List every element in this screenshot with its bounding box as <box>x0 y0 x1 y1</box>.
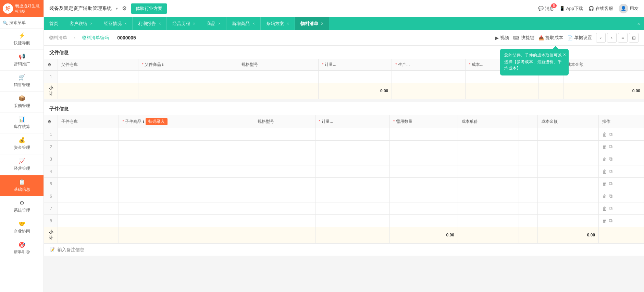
message-button[interactable]: 💬 消息 6 <box>538 5 554 12</box>
child-row-4-goods[interactable] <box>119 165 254 178</box>
child-row-8-goods[interactable] <box>119 215 254 227</box>
child-row-7-price[interactable] <box>458 202 519 215</box>
child-row-3-goods[interactable] <box>119 153 254 165</box>
child-row-3-unit[interactable] <box>315 153 371 165</box>
child-row-7-goods[interactable] <box>119 202 254 215</box>
delete-icon-row8[interactable]: 🗑 <box>602 218 607 224</box>
tab-barcode[interactable]: 条码方案 × <box>261 17 295 30</box>
menu-button[interactable]: ≡ <box>618 33 628 43</box>
child-row-5-unit[interactable] <box>315 178 371 190</box>
child-row-2-qty[interactable] <box>389 141 458 153</box>
child-row-1-qty[interactable] <box>389 128 458 141</box>
tab-history[interactable]: 经营历程 × <box>167 17 201 30</box>
delete-icon-row5[interactable]: 🗑 <box>602 181 607 187</box>
single-settings-button[interactable]: 📄 单据设置 <box>567 35 592 41</box>
parent-col-gear[interactable]: ⚙ <box>44 59 58 71</box>
sidebar-item-basics[interactable]: 📋 基础信息 <box>0 175 44 196</box>
tab-home[interactable]: 首页 <box>44 17 64 30</box>
child-row-2-warehouse[interactable] <box>58 141 119 153</box>
child-row-8-spec[interactable] <box>254 215 315 227</box>
copy-icon-row2[interactable]: ⧉ <box>609 144 612 150</box>
child-row-6-unit[interactable] <box>315 190 371 202</box>
child-row-5-price[interactable] <box>458 178 519 190</box>
tab-profit[interactable]: 利润报告 × <box>133 17 167 30</box>
parent-row-1-unit[interactable] <box>318 71 392 83</box>
copy-icon-row7[interactable]: ⧉ <box>609 206 612 211</box>
sidebar-item-shortcuts[interactable]: ⚡ 快捷导航 <box>0 29 44 50</box>
app-download-button[interactable]: 📱 App下载 <box>559 5 583 12</box>
child-row-2-goods[interactable] <box>119 141 254 153</box>
child-row-6-price[interactable] <box>458 190 519 202</box>
child-row-5-spec[interactable] <box>254 178 315 190</box>
parent-row-1-production[interactable] <box>392 71 466 83</box>
child-row-2-price[interactable] <box>458 141 519 153</box>
tab-barcode-close[interactable]: × <box>287 21 289 26</box>
next-button[interactable]: › <box>607 33 617 43</box>
extract-cost-button[interactable]: 📥 提取成本 <box>538 35 563 41</box>
tab-customer[interactable]: 客户联络 × <box>64 17 98 30</box>
child-row-3-spec[interactable] <box>254 153 315 165</box>
tab-close-all[interactable]: × <box>633 18 644 30</box>
trial-button[interactable]: 体验行业方案 <box>131 3 167 14</box>
child-row-4-warehouse[interactable] <box>58 165 119 178</box>
settings-icon[interactable]: ⚙ <box>122 5 127 12</box>
sidebar-item-sales[interactable]: 🛒 销售管理 <box>0 71 44 92</box>
tab-operation[interactable]: 经营情况 × <box>98 17 133 30</box>
child-row-8-price[interactable] <box>458 215 519 227</box>
sidebar-item-finance[interactable]: 💰 资金管理 <box>0 133 44 154</box>
delete-icon-row2[interactable]: 🗑 <box>602 144 607 150</box>
child-row-3-qty[interactable] <box>389 153 458 165</box>
child-row-8-unit[interactable] <box>315 215 371 227</box>
shortcut-button[interactable]: ⌨ 快捷键 <box>513 35 534 41</box>
child-row-6-spec[interactable] <box>254 190 315 202</box>
tab-goods-close[interactable]: × <box>218 21 221 26</box>
delete-icon-row6[interactable]: 🗑 <box>602 194 607 199</box>
copy-icon-row8[interactable]: ⧉ <box>609 218 612 224</box>
child-row-5-warehouse[interactable] <box>58 178 119 190</box>
copy-icon-row1[interactable]: ⧉ <box>609 131 612 137</box>
tab-bom-close[interactable]: × <box>321 21 323 26</box>
child-row-3-warehouse[interactable] <box>58 153 119 165</box>
child-row-5-goods[interactable] <box>119 178 254 190</box>
expand-button[interactable]: ⊞ <box>629 33 639 43</box>
scan-button[interactable]: 扫码录入 <box>146 118 168 125</box>
sidebar-item-system[interactable]: ⚙ 系统管理 <box>0 196 44 217</box>
online-service-button[interactable]: 🎧 在线客服 <box>589 5 613 12</box>
child-row-7-qty[interactable] <box>389 202 458 215</box>
remark-input[interactable] <box>58 247 639 252</box>
child-row-1-goods[interactable] <box>119 128 254 141</box>
child-row-4-qty[interactable] <box>389 165 458 178</box>
tooltip-close-button[interactable]: × <box>563 51 566 58</box>
parent-row-1-goods[interactable] <box>138 71 238 83</box>
child-row-6-qty[interactable] <box>389 190 458 202</box>
child-row-2-spec[interactable] <box>254 141 315 153</box>
child-row-3-price[interactable] <box>458 153 519 165</box>
prev-button[interactable]: ‹ <box>596 33 606 43</box>
child-row-6-warehouse[interactable] <box>58 190 119 202</box>
child-row-4-price[interactable] <box>458 165 519 178</box>
child-row-2-unit[interactable] <box>315 141 371 153</box>
child-row-6-goods[interactable] <box>119 190 254 202</box>
child-row-8-warehouse[interactable] <box>58 215 119 227</box>
sidebar-item-inventory[interactable]: 📊 库存核算 <box>0 113 44 133</box>
sidebar-item-cooperation[interactable]: 🤝 企业协同 <box>0 217 44 238</box>
sidebar-item-operations[interactable]: 📈 经营管理 <box>0 154 44 175</box>
child-row-1-price[interactable] <box>458 128 519 141</box>
child-row-1-warehouse[interactable] <box>58 128 119 141</box>
tab-new-goods-close[interactable]: × <box>252 21 255 26</box>
copy-icon-row5[interactable]: ⧉ <box>609 181 612 187</box>
sidebar-item-guide[interactable]: 🎯 新手引导 <box>0 238 44 259</box>
search-menu[interactable]: 🔍 搜索菜单 <box>0 17 44 29</box>
child-row-7-unit[interactable] <box>315 202 371 215</box>
tab-operation-close[interactable]: × <box>124 21 127 26</box>
user-menu[interactable]: 👤 用友 <box>619 4 639 13</box>
tab-profit-close[interactable]: × <box>159 21 161 26</box>
breadcrumb-bom-code[interactable]: 物料清单编码 <box>82 35 109 41</box>
system-dropdown[interactable]: ▾ <box>116 6 118 11</box>
parent-row-1-spec[interactable] <box>238 71 318 83</box>
delete-icon-row3[interactable]: 🗑 <box>602 156 607 162</box>
child-col-gear[interactable]: ⚙ <box>44 115 58 128</box>
copy-icon-row6[interactable]: ⧉ <box>609 193 612 199</box>
child-row-5-qty[interactable] <box>389 178 458 190</box>
child-row-4-spec[interactable] <box>254 165 315 178</box>
